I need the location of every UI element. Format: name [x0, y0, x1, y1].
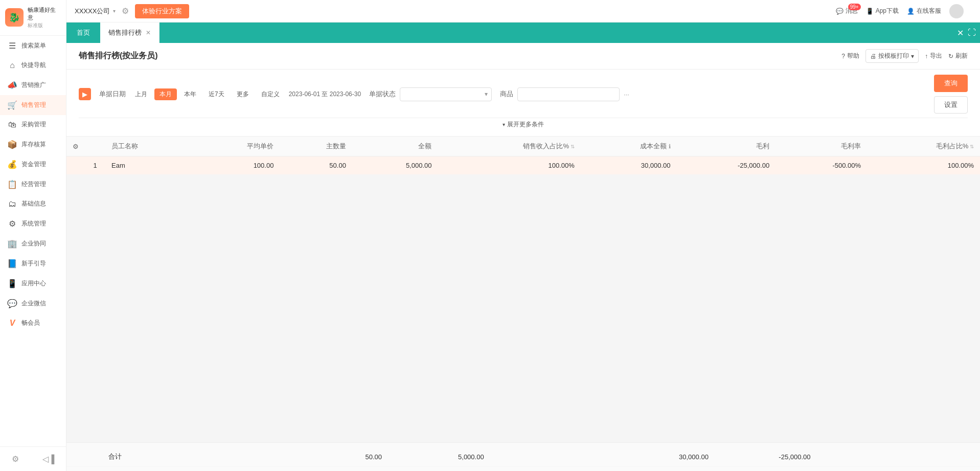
sidebar-label-nav: 快捷导航	[21, 61, 46, 70]
sales-rank-tab[interactable]: 销售排行榜 ✕	[100, 23, 159, 43]
finance-icon: 💰	[7, 160, 17, 169]
this-year-tab[interactable]: 本年	[179, 88, 201, 100]
sidebar-label-basic: 基础信息	[21, 199, 46, 208]
company-selector[interactable]: XXXXX公司 ▾	[75, 7, 116, 16]
message-icon: 💬	[836, 8, 844, 15]
message-btn[interactable]: 💬 消息 99+	[836, 7, 858, 15]
trial-button[interactable]: 体验行业方案	[135, 4, 189, 18]
service-label: 在线客服	[917, 7, 941, 15]
sidebar-label-member: 畅会员	[21, 319, 40, 327]
last-month-tab[interactable]: 上月	[130, 88, 152, 100]
footer-table: 合计 50.00 5,000.00 30,000.00 -25,000.00	[66, 447, 980, 467]
footer-cost: 30,000.00	[612, 447, 715, 467]
sidebar-item-inventory[interactable]: 📦 库存核算	[0, 134, 66, 154]
sidebar-item-guide[interactable]: 📘 新手引导	[0, 254, 66, 274]
sidebar-item-finance[interactable]: 💰 资金管理	[0, 154, 66, 174]
sidebar-item-sys-mgmt[interactable]: ⚙ 系统管理	[0, 214, 66, 234]
expand-conditions-btn[interactable]: ▾ 展开更多条件	[79, 118, 968, 131]
home-tab-label: 首页	[77, 28, 90, 37]
window-close-icon[interactable]: ✕	[957, 28, 964, 38]
service-btn[interactable]: 👤 在线客服	[907, 7, 941, 15]
sidebar-label-sys: 系统管理	[21, 219, 46, 228]
row-rank-0: 1	[85, 156, 105, 175]
export-icon: ↑	[925, 53, 928, 60]
tab-close-icon[interactable]: ✕	[146, 29, 151, 36]
table-row: 1 Eam 100.00 50.00 5,000.00 100.00% 30,0…	[66, 156, 980, 175]
sidebar-settings-btn[interactable]: ⚙	[8, 452, 23, 466]
search-order-icon: ☰	[7, 41, 17, 51]
sidebar-item-search-order[interactable]: ☰ 搜索菜单	[0, 36, 66, 56]
sidebar-item-purchase[interactable]: 🛍 采购管理	[0, 115, 66, 134]
sidebar-item-marketing[interactable]: 📣 营销推广	[0, 75, 66, 95]
last7days-tab[interactable]: 近7天	[203, 88, 230, 100]
avatar[interactable]	[949, 4, 964, 18]
page-header-actions: ? 帮助 🖨 按模板打印 ▾ ↑ 导出 ↻ 刷新	[841, 49, 968, 63]
print-button[interactable]: 🖨 按模板打印 ▾	[865, 49, 919, 63]
window-restore-icon[interactable]: ⛶	[968, 28, 976, 37]
col-employee-name: 员工名称	[105, 137, 193, 156]
sidebar-label-search: 搜索菜单	[21, 41, 46, 50]
sidebar-item-quick-nav[interactable]: ⌂ 快捷导航	[0, 56, 66, 75]
home-tab[interactable]: 首页	[66, 23, 100, 43]
guide-icon: 📘	[7, 259, 17, 268]
logo-icon: 🐉	[5, 8, 24, 27]
col-profit-ratio[interactable]: 毛利占比%	[867, 137, 980, 156]
wechat-icon: 💬	[7, 299, 17, 308]
footer-quantity: 50.00	[306, 447, 388, 467]
col-sales-ratio[interactable]: 销售收入占比%	[438, 137, 580, 156]
this-month-tab[interactable]: 本月	[154, 88, 177, 100]
sidebar-label-operations: 经营管理	[21, 180, 46, 189]
app-label: App下载	[876, 7, 899, 15]
sidebar-item-member[interactable]: V 畅会员	[0, 313, 66, 333]
sidebar-item-enterprise[interactable]: 🏢 企业协同	[0, 234, 66, 254]
col-amount: 全额	[352, 137, 438, 156]
col-settings[interactable]: ⚙	[66, 137, 85, 156]
sidebar-item-operations[interactable]: 📋 经营管理	[0, 174, 66, 194]
col-profit: 毛利	[677, 137, 776, 156]
app-icon: 📱	[866, 8, 874, 15]
print-icon: 🖨	[870, 53, 876, 60]
status-filter: 单据状态	[369, 87, 492, 101]
refresh-button[interactable]: ↻ 刷新	[948, 52, 968, 60]
topbar-settings-icon[interactable]: ⚙	[122, 6, 129, 16]
sidebar-item-wechat[interactable]: 💬 企业微信	[0, 294, 66, 313]
expand-icon: ▾	[503, 122, 505, 127]
footer-row: 合计 50.00 5,000.00 30,000.00 -25,000.00	[66, 447, 980, 467]
sidebar-item-app-center[interactable]: 📱 应用中心	[0, 274, 66, 294]
goods-input[interactable]	[517, 87, 620, 101]
print-dropdown-icon: ▾	[911, 53, 914, 60]
date-tabs: 上月 本月 本年 近7天 更多 自定义	[130, 88, 285, 100]
marketing-icon: 📣	[7, 80, 17, 90]
date-label: 单据日期	[99, 89, 126, 99]
status-select[interactable]	[400, 87, 492, 101]
export-button[interactable]: ↑ 导出	[925, 52, 942, 60]
row-profit-0: -25,000.00	[677, 156, 776, 175]
service-icon: 👤	[907, 8, 915, 15]
filter-row: ▶ 单据日期 上月 本月 本年 近7天 更多 自定义 2023-06-01 至 …	[79, 75, 968, 114]
page-header: 销售排行榜(按业务员) ? 帮助 🖨 按模板打印 ▾ ↑ 导出 ↻ 刷新	[66, 43, 980, 70]
company-dropdown-icon: ▾	[113, 8, 116, 14]
message-badge: 99+	[848, 4, 861, 10]
row-sales-ratio-0: 100.00%	[438, 156, 580, 175]
sidebar-collapse-btn[interactable]: ◁▐	[38, 452, 58, 466]
sidebar-label-guide: 新手引导	[21, 259, 46, 268]
sidebar-item-basic-info[interactable]: 🗂 基础信息	[0, 194, 66, 214]
content-area: 销售排行榜(按业务员) ? 帮助 🖨 按模板打印 ▾ ↑ 导出 ↻ 刷新	[66, 43, 980, 471]
refresh-icon: ↻	[948, 53, 953, 60]
custom-date-tab[interactable]: 自定义	[256, 88, 285, 100]
help-button[interactable]: ? 帮助	[841, 52, 859, 60]
col-cost: 成本全额 ℹ	[581, 137, 677, 156]
row-cost-0: 30,000.00	[581, 156, 677, 175]
more-date-tab[interactable]: 更多	[232, 88, 254, 100]
footer-amount: 5,000.00	[388, 447, 490, 467]
app-center-icon: 📱	[7, 279, 17, 288]
query-button[interactable]: 查询	[934, 75, 968, 92]
app-download-btn[interactable]: 📱 App下载	[866, 7, 899, 15]
status-label: 单据状态	[369, 89, 396, 99]
sidebar: 🐉 畅康通好生意 标准版 ☰ 搜索菜单 ⌂ 快捷导航 📣 营销推广 🛒 销售管理…	[0, 0, 66, 471]
filter-toggle-btn[interactable]: ▶	[79, 88, 91, 100]
sidebar-item-sales[interactable]: 🛒 销售管理	[0, 95, 66, 115]
settings-button[interactable]: 设置	[934, 96, 968, 114]
sidebar-label-app: 应用中心	[21, 279, 46, 288]
goods-dots-icon[interactable]: ···	[624, 91, 629, 98]
